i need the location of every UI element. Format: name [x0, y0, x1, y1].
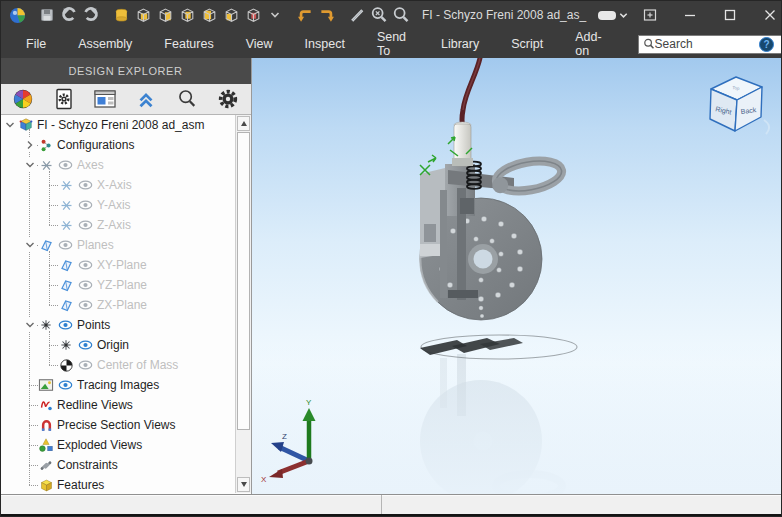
tree-scrollbar[interactable] [235, 115, 251, 493]
visibility-eye-icon[interactable] [77, 178, 94, 192]
expander-icon[interactable] [23, 398, 37, 412]
titlebar-dropdown-pill[interactable] [598, 11, 616, 20]
document-gear-icon[interactable] [51, 86, 77, 112]
maximize-button[interactable] [710, 0, 750, 30]
tree-row-y-axis[interactable]: Y-Axis [1, 195, 234, 215]
visibility-eye-icon[interactable] [57, 158, 74, 172]
expander-icon[interactable] [43, 178, 57, 192]
expander-icon[interactable] [43, 218, 57, 232]
collapse-all-icon[interactable] [133, 86, 159, 112]
layout-panels-icon[interactable] [92, 86, 118, 112]
scrollbar-thumb[interactable] [237, 132, 250, 430]
expander-icon[interactable] [43, 298, 57, 312]
measure-line-icon[interactable] [346, 4, 368, 26]
expander-icon[interactable] [43, 198, 57, 212]
save-icon[interactable] [36, 4, 58, 26]
expander-icon[interactable] [23, 438, 37, 452]
expander-icon[interactable] [23, 478, 37, 492]
expander-icon[interactable] [43, 358, 57, 372]
color-wheel-icon[interactable] [10, 86, 36, 112]
tree-row-axes[interactable]: Axes [1, 155, 234, 175]
visibility-eye-icon[interactable] [77, 258, 94, 272]
menu-item-file[interactable]: File [10, 30, 62, 58]
tree-row-points[interactable]: Points [1, 315, 234, 335]
tree-row-planes[interactable]: Planes [1, 235, 234, 255]
tree-row-precise-section-views[interactable]: Precise Section Views [1, 415, 234, 435]
viewport-3d[interactable]: Top Right Back Y Z X [252, 58, 782, 494]
triad-z-label: Z [282, 432, 287, 441]
expander-icon[interactable] [23, 158, 37, 172]
visibility-eye-icon[interactable] [77, 358, 94, 372]
visibility-eye-icon[interactable] [77, 278, 94, 292]
menu-item-assembly[interactable]: Assembly [62, 30, 148, 58]
menu-item-view[interactable]: View [230, 30, 289, 58]
magnifier-x-icon[interactable] [368, 4, 390, 26]
tree-row-tracing-images[interactable]: Tracing Images [1, 375, 234, 395]
doc-cube-icon-6[interactable] [220, 4, 242, 26]
tree-row-z-axis[interactable]: Z-Axis [1, 215, 234, 235]
menu-item-send-to[interactable]: Send To [361, 30, 425, 58]
expander-icon[interactable] [23, 238, 37, 252]
tree-row-center-of-mass[interactable]: Center of Mass [1, 355, 234, 375]
tree-row-redline-views[interactable]: Redline Views [1, 395, 234, 415]
doc-cube-icon-7[interactable] [242, 4, 264, 26]
scroll-down-arrow-icon[interactable] [237, 477, 250, 492]
search-input[interactable] [655, 37, 775, 51]
tree-row-zx-plane[interactable]: ZX-Plane [1, 295, 234, 315]
menu-item-add-on[interactable]: Add-on [559, 30, 619, 58]
expander-icon[interactable] [23, 318, 37, 332]
menu-item-library[interactable]: Library [425, 30, 495, 58]
doc-cube-icon-5[interactable] [198, 4, 220, 26]
expander-icon[interactable] [43, 338, 57, 352]
popout-window-icon[interactable] [630, 0, 670, 30]
expander-icon[interactable] [3, 118, 17, 132]
doc-cube-icon-3[interactable] [154, 4, 176, 26]
expander-icon[interactable] [23, 458, 37, 472]
search-icon [643, 38, 655, 50]
magnifier-icon[interactable] [390, 4, 412, 26]
tree-row-configurations[interactable]: Configurations [1, 135, 234, 155]
toolbar-dropdown-chevron-icon[interactable] [264, 4, 286, 26]
titlebar-dropdown-chevron-icon[interactable] [616, 4, 630, 26]
help-icon[interactable]: ? [759, 37, 774, 52]
tree-item-label: Axes [77, 158, 104, 172]
tree-row-x-axis[interactable]: X-Axis [1, 175, 234, 195]
doc-cube-icon-1[interactable] [110, 4, 132, 26]
tree-row-xy-plane[interactable]: XY-Plane [1, 255, 234, 275]
menu-item-script[interactable]: Script [495, 30, 559, 58]
redo-icon[interactable] [80, 4, 102, 26]
explorer-gear-icon[interactable] [215, 86, 241, 112]
tree-row-origin[interactable]: Origin [1, 335, 234, 355]
tree-row-yz-plane[interactable]: YZ-Plane [1, 275, 234, 295]
tree-row-fi-schyzo-freni-2008-ad-asm[interactable]: FI - Schyzo Freni 2008 ad_asm [1, 115, 234, 135]
visibility-eye-icon[interactable] [77, 218, 94, 232]
explorer-search-icon[interactable] [174, 86, 200, 112]
app-logo-icon[interactable] [6, 4, 28, 26]
view-cube[interactable]: Top Right Back [710, 77, 769, 134]
visibility-eye-icon[interactable] [57, 318, 74, 332]
tree-row-features[interactable]: Features [1, 475, 234, 493]
visibility-eye-icon[interactable] [77, 298, 94, 312]
tree-row-exploded-views[interactable]: Exploded Views [1, 435, 234, 455]
minimize-button[interactable] [670, 0, 710, 30]
expander-icon[interactable] [43, 278, 57, 292]
expander-icon[interactable] [23, 138, 37, 152]
scroll-up-arrow-icon[interactable] [237, 116, 250, 131]
expander-icon[interactable] [23, 378, 37, 392]
doc-cube-icon-4[interactable] [176, 4, 198, 26]
visibility-eye-icon[interactable] [77, 338, 94, 352]
expander-icon[interactable] [23, 418, 37, 432]
tree-row-constraints[interactable]: Constraints [1, 455, 234, 475]
bent-arrow-left-icon[interactable] [294, 4, 316, 26]
viewcube-top-label[interactable]: Top [732, 85, 740, 91]
doc-cube-icon-2[interactable] [132, 4, 154, 26]
visibility-eye-icon[interactable] [57, 378, 74, 392]
menu-item-features[interactable]: Features [148, 30, 229, 58]
close-button[interactable] [750, 0, 782, 30]
bent-arrow-right-icon[interactable] [316, 4, 338, 26]
expander-icon[interactable] [43, 258, 57, 272]
menu-item-inspect[interactable]: Inspect [289, 30, 361, 58]
visibility-eye-icon[interactable] [77, 198, 94, 212]
visibility-eye-icon[interactable] [57, 238, 74, 252]
undo-icon[interactable] [58, 4, 80, 26]
